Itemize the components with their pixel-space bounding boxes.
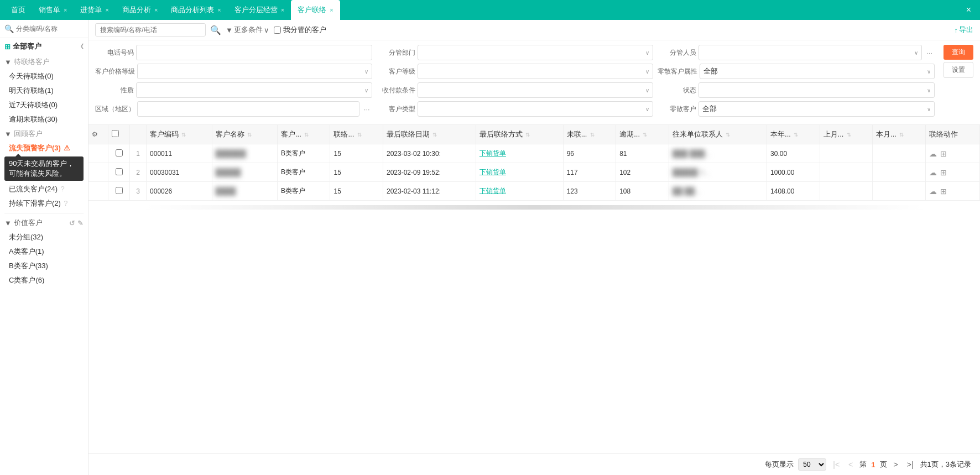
more-action-icon-0[interactable]: ⊞ xyxy=(940,149,947,158)
last-page-button[interactable]: >| xyxy=(905,459,916,470)
nav-item-home[interactable]: 首页 xyxy=(4,0,32,20)
contact-icon-2[interactable]: ☁ xyxy=(929,187,937,196)
sidebar-group-pending-header[interactable]: ▼ 待联络客户 xyxy=(0,55,88,69)
close-analysis-icon[interactable]: × xyxy=(154,0,158,20)
close-purchase-icon[interactable]: × xyxy=(105,0,108,20)
row-checkbox-0[interactable] xyxy=(108,144,130,163)
row-unit-contact-2: ██ ██... xyxy=(669,182,767,201)
sidebar-item-class-b[interactable]: B类客户(33) xyxy=(0,259,88,273)
nav-item-analysis-list[interactable]: 商品分析列表 × xyxy=(164,0,227,20)
class-col-header[interactable]: 客户... ⇅ xyxy=(277,125,330,144)
page-size-select[interactable]: 20 50 100 xyxy=(798,458,826,471)
next-page-button[interactable]: > xyxy=(892,459,900,470)
arrow-down-lost-icon: ▼ xyxy=(4,130,12,138)
row-class-0: B类客户 xyxy=(277,144,330,163)
refresh-icon[interactable]: ↺ xyxy=(69,219,75,227)
nav-item-purchase[interactable]: 进货单 × xyxy=(74,0,115,20)
contacts-col-header[interactable]: 联络... ⇅ xyxy=(330,125,383,144)
code-col-header[interactable]: 客户编码 ⇅ xyxy=(147,125,212,144)
manager-select[interactable]: ∨ xyxy=(698,45,922,60)
payment-select[interactable]: ∨ xyxy=(418,82,654,98)
last-date-col-header[interactable]: 最后联络日期 ⇅ xyxy=(383,125,476,144)
last-way-col-header[interactable]: 最后联络方式 ⇅ xyxy=(476,125,563,144)
close-sales-icon[interactable]: × xyxy=(64,0,67,20)
search-icon: 🔍 xyxy=(4,24,14,33)
nav-item-contact[interactable]: 客户联络 × xyxy=(291,0,340,20)
nature-select[interactable]: ∨ xyxy=(136,82,372,98)
customer-table: ⚙ 客户编码 ⇅ 客户名称 ⇅ 客户... ⇅ 联络... ⇅ 最后联络日期 ⇅… xyxy=(88,125,980,201)
this-year-col-header[interactable]: 本年... ⇅ xyxy=(767,125,820,144)
setting-button[interactable]: 设置 xyxy=(943,62,973,78)
status-select[interactable]: ∨ xyxy=(698,82,935,98)
close-contact-icon[interactable]: × xyxy=(330,0,333,20)
edit-icon[interactable]: ✎ xyxy=(77,219,84,227)
sidebar-item-already-lost[interactable]: 已流失客户(24) ? xyxy=(0,182,88,196)
dept-select[interactable]: ∨ xyxy=(418,45,654,60)
sidebar-item-overdue[interactable]: 逾期未联络(30) xyxy=(0,112,88,127)
last-month-col-header[interactable]: 上月... ⇅ xyxy=(820,125,873,144)
row-uncontacted-1: 117 xyxy=(563,163,616,182)
export-button[interactable]: ↑ 导出 xyxy=(955,25,974,35)
prev-page-button[interactable]: < xyxy=(846,459,855,470)
settings-col-header[interactable]: ⚙ xyxy=(88,125,108,144)
nav-item-sales[interactable]: 销售单 × xyxy=(32,0,74,20)
manager-dots[interactable]: ··· xyxy=(924,49,935,57)
close-analysis-list-icon[interactable]: × xyxy=(217,0,221,20)
row-checkbox-2[interactable] xyxy=(108,182,130,201)
uncontacted-col-header[interactable]: 未联... ⇅ xyxy=(563,125,616,144)
more-conditions-button[interactable]: ▼ 更多条件 ∨ xyxy=(226,25,269,35)
sparse-attr-select[interactable]: 全部∨ xyxy=(700,64,935,79)
sidebar-group-value-header[interactable]: ▼ 价值客户 ↺ ✎ xyxy=(0,216,88,230)
phone-input[interactable] xyxy=(136,45,372,60)
sidebar-search-input[interactable] xyxy=(16,25,88,33)
row-last-way-0[interactable]: 下销货单 xyxy=(476,144,563,163)
select-all-checkbox[interactable] xyxy=(112,130,119,137)
sidebar-item-unclassified[interactable]: 未分组(32) xyxy=(0,230,88,244)
search-input[interactable] xyxy=(95,23,206,36)
more-action-icon-2[interactable]: ⊞ xyxy=(940,187,947,196)
customer-grade-select[interactable]: ∨ xyxy=(418,64,654,79)
row-contacts-2: 15 xyxy=(330,182,383,201)
nav-item-segment[interactable]: 客户分层经营 × xyxy=(228,0,291,20)
row-last-way-1[interactable]: 下销货单 xyxy=(476,163,563,182)
my-customers-checkbox-label[interactable]: 我分管的客户 xyxy=(274,25,326,35)
collapse-sidebar-icon[interactable]: 《 xyxy=(77,43,84,51)
contact-icon-0[interactable]: ☁ xyxy=(929,149,937,158)
sidebar-item-class-c[interactable]: C类客户(6) xyxy=(0,273,88,288)
sidebar-item-churn-risk[interactable]: 流失预警客户(3) ⚠ xyxy=(0,141,88,155)
first-page-button[interactable]: |< xyxy=(831,459,842,470)
overdue-col-header[interactable]: 逾期... ⇅ xyxy=(616,125,669,144)
contact-icon-1[interactable]: ☁ xyxy=(929,168,937,177)
name-col-header[interactable]: 客户名称 ⇅ xyxy=(212,125,277,144)
region-input[interactable] xyxy=(137,101,359,117)
num-col-header xyxy=(130,125,147,144)
query-button[interactable]: 查询 xyxy=(943,45,973,60)
sidebar-item-class-a[interactable]: A类客户(1) xyxy=(0,244,88,259)
nav-item-analysis[interactable]: 商品分析 × xyxy=(116,0,164,20)
unit-contact-col-header[interactable]: 往来单位联系人 ⇅ xyxy=(669,125,767,144)
customer-type-select[interactable]: ∨ xyxy=(418,101,654,117)
row-last-way-2[interactable]: 下销货单 xyxy=(476,182,563,201)
row-class-1: B类客户 xyxy=(277,163,330,182)
search-button[interactable]: 🔍 xyxy=(210,25,221,35)
sidebar-group-lost-header[interactable]: ▼ 回顾客户 xyxy=(0,127,88,141)
sidebar-item-tomorrow[interactable]: 明天待联络(1) xyxy=(0,83,88,98)
sidebar-item-7days[interactable]: 近7天待联络(0) xyxy=(0,98,88,112)
more-action-icon-1[interactable]: ⊞ xyxy=(940,168,947,177)
sparse-customer-select[interactable]: 全部∨ xyxy=(698,101,935,117)
sidebar-item-today[interactable]: 今天待联络(0) xyxy=(0,69,88,83)
region-dots[interactable]: ··· xyxy=(362,105,372,113)
my-customers-checkbox[interactable] xyxy=(274,27,281,34)
row-checkbox-1[interactable] xyxy=(108,163,130,182)
filter-bar: 🔍 ▼ 更多条件 ∨ 我分管的客户 ↑ 导出 xyxy=(88,20,980,40)
sidebar-item-downgrade[interactable]: 持续下滑客户(2) ? xyxy=(0,196,88,211)
this-month-col-header[interactable]: 本月... ⇅ xyxy=(873,125,926,144)
table-row: 2 00030031 █████ B类客户 15 2023-02-09 19:5… xyxy=(88,163,980,182)
my-customers-label: 我分管的客户 xyxy=(283,25,326,35)
sidebar-all-customers[interactable]: ⊞ 全部客户 《 xyxy=(0,38,88,55)
close-segment-icon[interactable]: × xyxy=(281,0,284,20)
checkbox-col-header[interactable] xyxy=(108,125,130,144)
per-page-label: 每页显示 xyxy=(765,460,794,469)
close-all-icon[interactable]: × xyxy=(962,5,976,15)
price-grade-select[interactable]: ∨ xyxy=(137,64,372,79)
